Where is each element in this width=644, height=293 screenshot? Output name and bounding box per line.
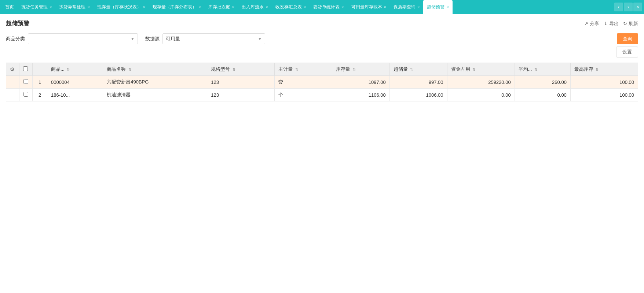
td-product-name: 六配套新昌490BPG [103,76,207,89]
tab-pick-task-label: 拣货任务管理 [21,4,48,10]
nav-arrows: ‹ › × [614,3,643,11]
category-label: 商品分类 [6,36,25,42]
category-select[interactable]: ▼ [28,33,138,44]
td-checkbox[interactable] [19,89,33,101]
th-product-code[interactable]: 商品... ⇅ [47,63,103,76]
td-settings [6,76,19,89]
td-max-stock: 100.00 [570,89,638,101]
tab-batch[interactable]: 库存批次账 × [205,0,238,14]
settings-button[interactable]: 设置 [616,47,638,58]
refresh-button[interactable]: ↻ 刷新 [623,21,638,27]
tab-stock-status-label: 现存量（库存状况表） [97,4,141,10]
chevron-down-icon: ▼ [258,37,262,41]
td-overstock: 997.00 [389,76,447,89]
close-icon[interactable]: × [304,5,306,9]
td-spec: 123 [207,76,275,89]
close-icon[interactable]: × [446,5,449,9]
tab-inout-label: 出入库流水 [242,4,264,10]
sort-icon[interactable]: ⇅ [67,67,70,71]
gear-icon[interactable]: ⚙ [10,66,15,72]
close-icon[interactable]: × [143,5,145,9]
th-unit[interactable]: 主计量 ⇅ [275,63,332,76]
th-avg[interactable]: 平均... ⇅ [515,63,570,76]
query-button[interactable]: 查询 [617,33,638,44]
category-filter: 商品分类 ▼ [6,33,138,44]
tab-summary[interactable]: 收发存汇总表 × [272,0,310,14]
data-table: ⚙ 商品... ⇅ 商品名称 ⇅ 规格型号 ⇅ [6,63,638,101]
tab-batch-label: 库存批次账 [208,4,230,10]
td-capital: 259220.00 [447,76,515,89]
td-unit: 个 [275,89,332,101]
refresh-icon: ↻ [623,21,627,26]
sort-icon[interactable]: ⇅ [128,67,131,71]
tab-available-label: 可用量库存账本 [351,4,382,10]
close-icon[interactable]: × [266,5,268,9]
th-spec[interactable]: 规格型号 ⇅ [207,63,275,76]
nav-close-all[interactable]: × [633,3,642,11]
th-overstock[interactable]: 超储量 ⇅ [389,63,447,76]
tab-stock-status[interactable]: 现存量（库存状况表） × [94,0,149,14]
tab-available[interactable]: 可用量库存账本 × [348,0,390,14]
tab-order-stat[interactable]: 要货单统计表 × [310,0,347,14]
close-icon[interactable]: × [232,5,234,9]
datasource-select[interactable]: 可用量 ▼ [162,33,265,44]
sort-icon[interactable]: ⇅ [233,67,235,71]
sort-icon[interactable]: ⇅ [295,67,298,71]
close-icon[interactable]: × [87,5,89,9]
sort-icon[interactable]: ⇅ [596,67,599,71]
refresh-label: 刷新 [629,21,638,27]
tab-pick-task[interactable]: 拣货任务管理 × [18,0,55,14]
td-checkbox[interactable] [19,76,33,89]
close-icon[interactable]: × [198,5,201,9]
td-product-code: 0000004 [47,76,103,89]
tab-pick-exception[interactable]: 拣货异常处理 × [55,0,93,14]
sort-icon[interactable]: ⇅ [410,67,413,71]
share-button[interactable]: ↗ 分享 [584,21,599,27]
td-product-name: 机油滤清器 [103,89,207,101]
export-button[interactable]: ⤓ 导出 [604,21,619,27]
tab-overstock[interactable]: 超储预警 × [423,0,452,14]
page-content: 超储预警 ↗ 分享 ⤓ 导出 ↻ 刷新 商品分类 ▼ 数据源 [0,14,644,293]
th-product-name[interactable]: 商品名称 ⇅ [103,63,207,76]
td-spec: 123 [207,89,275,101]
th-checkbox[interactable] [19,63,33,76]
close-icon[interactable]: × [341,5,344,9]
datasource-select-value: 可用量 [166,36,180,42]
tab-expiry[interactable]: 保质期查询 × [390,0,423,14]
td-overstock: 1006.00 [389,89,447,101]
td-num: 2 [33,89,47,101]
tab-stock-dist-label: 现存量（库存分布表） [153,4,197,10]
page-header: 超储预警 ↗ 分享 ⤓ 导出 ↻ 刷新 [6,20,638,27]
export-label: 导出 [609,21,619,27]
tab-inout[interactable]: 出入库流水 × [238,0,271,14]
th-stock[interactable]: 库存量 ⇅ [332,63,390,76]
row-checkbox[interactable] [23,92,28,97]
table-row: 1 0000004 六配套新昌490BPG 123 套 1097.00 997.… [6,76,638,89]
nav-next-arrow[interactable]: › [624,3,633,11]
tab-stock-dist[interactable]: 现存量（库存分布表） × [149,0,204,14]
td-avg: 0.00 [515,89,570,101]
close-icon[interactable]: × [384,5,386,9]
select-all-checkbox[interactable] [23,66,28,71]
close-icon[interactable]: × [417,5,420,9]
td-capital: 0.00 [447,89,515,101]
th-num [33,63,47,76]
td-unit: 套 [275,76,332,89]
sort-icon[interactable]: ⇅ [353,67,356,71]
sort-icon[interactable]: ⇅ [534,67,537,71]
th-max-stock[interactable]: 最高库存 ⇅ [570,63,638,76]
chevron-down-icon: ▼ [131,37,135,41]
nav-prev-arrow[interactable]: ‹ [614,3,623,11]
td-max-stock: 100.00 [570,76,638,89]
datasource-label: 数据源 [145,36,160,42]
close-icon[interactable]: × [50,5,52,9]
tab-home[interactable]: 首页 [1,0,18,14]
tab-pick-exception-label: 拣货异常处理 [59,4,85,10]
td-product-code: 186-10... [47,89,103,101]
tab-home-label: 首页 [5,4,14,10]
row-checkbox[interactable] [23,79,28,84]
export-icon: ⤓ [604,21,608,26]
th-settings[interactable]: ⚙ [6,63,19,76]
sort-icon[interactable]: ⇅ [472,67,475,71]
th-capital[interactable]: 资金占用 ⇅ [447,63,515,76]
